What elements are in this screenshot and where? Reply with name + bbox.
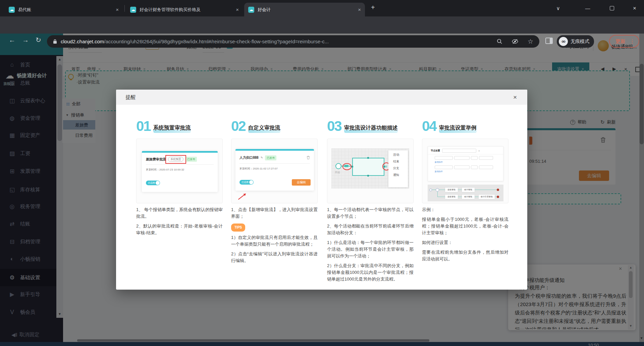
window-restore-button[interactable] [604, 0, 620, 16]
url-domain: cloud2.chanjet.com [61, 39, 104, 44]
published-badge: 已发布 [185, 157, 197, 162]
red-annotation-rect [165, 155, 186, 164]
incognito-chip[interactable]: oo 无痕模式 [557, 35, 594, 48]
kebab-menu-icon[interactable]: ⋮ [630, 38, 635, 45]
address-bar[interactable]: cloud2.chanjet.com/accounting/uh26t264j5… [47, 35, 539, 48]
trash-icon[interactable] [307, 155, 310, 161]
favicon: ☁ [248, 7, 254, 13]
update-time: 更新时间：2020-11-02 17:27:07 [235, 164, 314, 170]
desc-para: 1）自定义的审批流只有启用后才能生效，且一个单据类型只能有一个启用的审批流程； [231, 234, 318, 248]
flow-name: 差旅费审批流 [146, 157, 166, 162]
window-minimize-button[interactable]: — [580, 0, 596, 16]
incognito-icon: oo [559, 37, 568, 46]
flow-name: 人力归口888 [239, 155, 259, 160]
incognito-label: 无痕模式 [571, 39, 589, 45]
tab-close-icon[interactable]: × [116, 7, 119, 12]
modal-column-4: 04 审批流设置举例 [422, 120, 508, 133]
step-number: 02 [231, 120, 246, 133]
column-description: 1、每一个活动都代表一个审核的节点，可以设置多个节点； 2、每个活动都能在当前环… [327, 206, 414, 286]
desc-para: 1、每一个活动都代表一个审核的节点，可以设置多个节点； [327, 206, 414, 220]
flow-node: 老板审核 [445, 188, 458, 192]
red-arrow-annotation [238, 194, 245, 200]
flow-end [497, 196, 499, 198]
desc-para: 2）什么是分支：审批流中不同的分支，例如报销单金额1000元以内是一个审批流程；… [327, 262, 414, 283]
example-flow-canvas: 老板审核 会计审核 老板审核 会计审核 会计主管审核 [428, 185, 503, 201]
desc-para: 2）点击“去编辑”可以进入到审批流设计器进行编辑。 [231, 251, 318, 264]
thumbnail-custom-flow: 人力归口888 ✎ 已发布 更新时间：2020-11-02 17:27:07 已… [231, 139, 318, 203]
menu-item: 分支 [388, 164, 408, 170]
step-title: 系统预置审批流 [153, 125, 191, 131]
flow-end [497, 189, 499, 191]
desc-para: 2、每个活动都能在当前环节前或者环节后增加活动和分支： [327, 223, 414, 236]
desc-para: 1、点击【新增审批流】，进入到审批流设置界面； [231, 206, 318, 220]
edit-pencil-icon: ✎ [261, 156, 263, 159]
flow-node: 会计审核 [462, 195, 475, 199]
flow-node: 会计主管审核 [479, 195, 495, 199]
desc-para: 报销单金额小于1000元，老板-会计审核流程；报销单金额超过1000元，老板-会… [422, 216, 508, 236]
thumbnail-preset-flow: 差旅费审批流 系统预置 已发布 更新时间：2020-07-23 10:00:32… [136, 139, 223, 203]
new-tab-button[interactable]: + [371, 4, 375, 11]
window-close-button[interactable]: × [627, 0, 643, 16]
bookmark-star-icon[interactable]: ☆ [528, 38, 533, 45]
activity-node [352, 158, 384, 176]
desc-para: 1）什么是活动：每一个审批的环节都叫做一个活动。例如当前环节是会计主管审核，那就… [327, 239, 414, 259]
tab-close-icon[interactable]: × [358, 7, 361, 12]
form-close-icon: × [478, 149, 480, 152]
desc-para: 1、 每个报销单类型，系统会有默认的报销审批流。 [136, 206, 223, 220]
menu-item: 通知 [388, 170, 408, 177]
form-title: 节点设置 [431, 149, 440, 152]
search-icon[interactable] [497, 39, 502, 44]
menu-item: 结束 [388, 157, 408, 164]
url-path: /accounting/uh26t264j5ui/98gdhygx8w/idx.… [104, 39, 329, 44]
column-description: 1、 每个报销单类型，系统会有默认的报销审批流。 2、默认的审批流程是：开始-老… [136, 206, 223, 239]
node-settings-form: 节点设置 × 新增条件 新增条件 [428, 146, 503, 181]
favicon: ☁ [130, 7, 136, 13]
browser-tab-pricing[interactable]: ☁ 好会计财务管理软件购买价格及 × [126, 3, 243, 16]
window-chevron-icon[interactable]: ∨ [550, 0, 566, 16]
start-node [335, 163, 341, 169]
toggle-label: 已启用 [148, 182, 155, 184]
screen: ☁ 易代账 × ☁ 好会计财务管理软件购买价格及 × ☁ 好会计 × + ∨ —… [0, 0, 644, 346]
favicon: ☁ [9, 7, 15, 13]
browser-tab-title: 易代账 [18, 7, 112, 13]
side-panel-icon[interactable] [545, 38, 553, 44]
add-condition-link: 新增条件 [428, 160, 503, 164]
flow-start [429, 189, 432, 191]
form-input [442, 149, 476, 153]
enabled-toggle[interactable]: 已启用 [146, 181, 160, 185]
red-annotation-ellipse [342, 163, 352, 170]
tab-divider [124, 5, 125, 12]
thumbnail-example: 节点设置 × 新增条件 新增条件 老板审核 会计审核 [422, 139, 508, 203]
column-description: 示例： 报销单金额小于1000元，老板-会计审核流程；报销单金额超过1000元，… [422, 206, 508, 265]
node-handle [367, 157, 369, 159]
reload-button[interactable]: ↻ [36, 37, 41, 43]
modal-close-icon[interactable]: × [513, 94, 517, 101]
back-button[interactable]: ← [9, 37, 15, 43]
desc-para: 需要在流程前先增加分支条件，然后增加对应活动就可以。 [422, 249, 508, 262]
toggle-label: 已启用 [241, 181, 249, 183]
flow-condition [436, 188, 439, 192]
flow-node: 老板审核 [445, 195, 458, 199]
column-description: 1、点击【新增审批流】，进入到审批流设置界面； TIPS 1）自定义的审批流只有… [231, 206, 318, 267]
go-edit-mini-button[interactable]: 去编辑 [292, 179, 311, 186]
thumbnail-designer: 开始 ⊕ 活动 结束 分支 通知 [327, 139, 414, 203]
browser-tab-yidaizhang[interactable]: ☁ 易代账 × [5, 3, 123, 16]
forward-button[interactable]: → [22, 37, 29, 43]
update-button[interactable]: 更新 ⋮ [609, 35, 639, 48]
eye-off-icon[interactable] [512, 39, 518, 44]
modal-header: 提醒 × [116, 90, 527, 105]
browser-tab-haokuaiji-active[interactable]: ☁ 好会计 × [244, 3, 365, 16]
node-handle [352, 166, 353, 167]
browser-tab-title: 好会计 [258, 7, 355, 13]
modal-column-1: 01 系统预置审批流 [136, 120, 223, 133]
node-handle [367, 175, 369, 177]
lock-icon [53, 39, 57, 44]
tab-close-icon[interactable]: × [236, 7, 239, 12]
modal-column-3: 03 审批流设计器功能描述 [327, 120, 414, 133]
reminder-modal: 提醒 × 01 系统预置审批流 差旅费审批流 系统预置 已发布 更新时间：202… [116, 90, 527, 290]
modal-title: 提醒 [125, 94, 136, 101]
step-number: 01 [136, 120, 151, 133]
designer-canvas: 开始 ⊕ 活动 结束 分支 通知 [331, 148, 409, 189]
modal-column-2: 02 自定义审批流 [231, 120, 318, 133]
enabled-toggle[interactable]: 已启用 [239, 180, 254, 185]
